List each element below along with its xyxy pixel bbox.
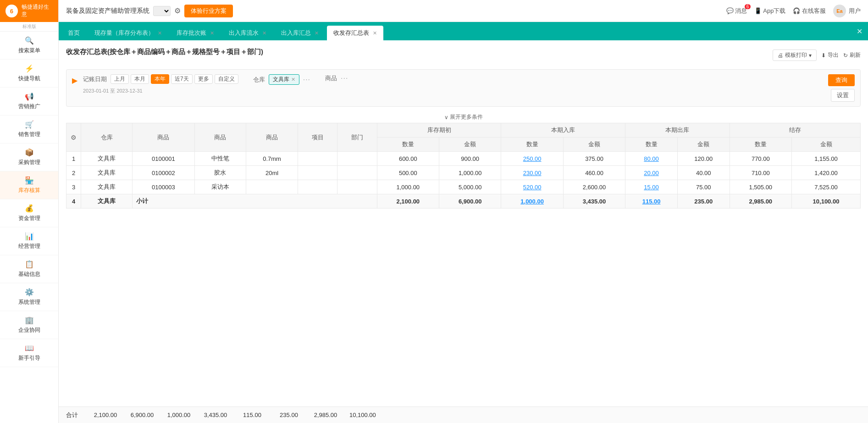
product-ellipsis[interactable]: ··· [341, 74, 348, 82]
cell-warehouse: 文具库 [81, 166, 133, 180]
sidebar-item-enterprise[interactable]: 🏢 企业协同 [0, 311, 58, 339]
in-qty-link[interactable]: 250.00 [523, 155, 542, 162]
th-closing-qty: 数量 [730, 137, 791, 152]
cell-project [298, 180, 337, 194]
table-row: 3 文具库 0100003 采访本 1,000.00 5,000.00 520.… [66, 180, 861, 194]
close-all-tabs-icon[interactable]: ✕ [853, 27, 866, 36]
tabbar: 首页现存量（库存分布表）✕库存批次账✕出入库流水✕出入库汇总✕收发存汇总表✕ ✕ [59, 22, 868, 40]
system-dropdown[interactable] [153, 6, 171, 16]
filter-section: 记账日期 上月本月本年近7天更多自定义 2023-01-01 至 2023-12… [83, 74, 238, 94]
sidebar-item-marketing[interactable]: 📢 营销推广 [0, 88, 58, 115]
tab-4[interactable]: 出入库汇总✕ [275, 26, 325, 40]
footer-cells: 2,100.00 6,900.00 1,000.00 3,435.00 115.… [87, 412, 381, 418]
cell-department [337, 152, 377, 166]
sidebar-item-operations[interactable]: 📊 经营管理 [0, 227, 58, 255]
footer-out-amt: 235.00 [271, 412, 307, 418]
sidebar-item-sales[interactable]: 🛒 销售管理 [0, 115, 58, 143]
warehouse-ellipsis[interactable]: ··· [303, 76, 310, 84]
th-out-group: 本期出库 [625, 123, 730, 137]
cell-out-qty: 15.00 [625, 180, 678, 194]
table-settings-icon[interactable]: ⚙ [71, 134, 77, 141]
export-btn[interactable]: ⬇ 导出 [821, 51, 839, 59]
tab-5[interactable]: 收发存汇总表✕ [327, 26, 383, 40]
out-qty-link[interactable]: 80.00 [644, 155, 659, 162]
th-in-qty: 数量 [501, 137, 563, 152]
subtotal-out-qty-link[interactable]: 115.00 [642, 198, 661, 205]
warehouse-label: 仓库 [253, 76, 265, 84]
user-label: 用户 [849, 7, 861, 15]
subtotal-in-qty-link[interactable]: 1,000.00 [520, 198, 544, 205]
date-btn-更多[interactable]: 更多 [194, 74, 213, 84]
expand-label: 展开更多条件 [450, 113, 483, 121]
sidebar-item-inventory[interactable]: 🏪 库存核算 [0, 171, 58, 199]
tab-close-5[interactable]: ✕ [373, 30, 377, 36]
sidebar-item-guide[interactable]: 📖 新手引导 [0, 339, 58, 367]
main-content: 收发存汇总表(按仓库＋商品编码＋商品＋规格型号＋项目＋部门) 🖨 模板打印 ▾ … [59, 40, 868, 423]
th-product-name: 商品 [194, 123, 246, 152]
sidebar-item-label: 库存核算 [18, 187, 40, 194]
refresh-btn[interactable]: ↻ 刷新 [843, 51, 861, 59]
filter-actions: 查询 设置 [828, 74, 855, 102]
experience-btn[interactable]: 体验行业方案 [184, 5, 233, 17]
tab-close-1[interactable]: ✕ [158, 30, 162, 36]
sidebar-item-purchase[interactable]: 📦 采购管理 [0, 143, 58, 171]
finance-icon: 💰 [25, 204, 34, 213]
footer-in-qty: 1,000.00 [160, 412, 197, 418]
date-btn-上月[interactable]: 上月 [111, 74, 129, 84]
online-support-btn[interactable]: 🎧 在线客服 [793, 7, 826, 15]
sidebar-item-system[interactable]: ⚙️ 系统管理 [0, 283, 58, 311]
th-closing-amt: 金额 [792, 137, 861, 152]
cell-product-name: 采访本 [194, 180, 246, 194]
sidebar-item-quick[interactable]: ⚡ 快捷导航 [0, 60, 58, 88]
footer-label: 合计 [66, 411, 87, 419]
sidebar-item-basic[interactable]: 📋 基础信息 [0, 255, 58, 283]
sidebar-item-label: 企业协同 [18, 326, 40, 334]
filter-arrow-icon[interactable]: ▶ [72, 76, 77, 85]
subtotal-closing-amt: 10,100.00 [792, 194, 861, 209]
query-btn[interactable]: 查询 [828, 74, 855, 86]
cell-department [337, 166, 377, 180]
sidebar-item-label: 系统管理 [18, 298, 40, 306]
print-icon: 🖨 [778, 52, 783, 59]
user-area[interactable]: Ea 用户 [833, 5, 861, 17]
app-download-btn[interactable]: 📱 App下载 [754, 7, 785, 15]
tab-close-3[interactable]: ✕ [262, 30, 266, 36]
tab-label-4: 出入库汇总 [281, 29, 311, 37]
out-qty-link[interactable]: 15.00 [644, 184, 659, 191]
search-icon: 🔍 [25, 36, 34, 45]
date-btn-本年[interactable]: 本年 [151, 74, 169, 84]
gear-icon[interactable]: ⚙ [174, 6, 181, 15]
sidebar-item-finance[interactable]: 💰 资金管理 [0, 199, 58, 227]
warehouse-remove-icon[interactable]: ✕ [291, 77, 295, 82]
cell-opening-amt: 900.00 [439, 152, 501, 166]
in-qty-link[interactable]: 520.00 [523, 184, 542, 191]
date-btn-本月[interactable]: 本月 [131, 74, 149, 84]
cell-product-code: 0100002 [133, 166, 194, 180]
tabs-container: 首页现存量（库存分布表）✕库存批次账✕出入库流水✕出入库汇总✕收发存汇总表✕ [61, 22, 384, 40]
tab-2[interactable]: 库存批次账✕ [170, 26, 221, 40]
print-btn[interactable]: 🖨 模板打印 ▾ [773, 49, 817, 61]
cell-project [298, 166, 337, 180]
tab-3[interactable]: 出入库流水✕ [222, 26, 273, 40]
date-btn-自定义[interactable]: 自定义 [215, 74, 238, 84]
tab-0[interactable]: 首页 [61, 26, 86, 40]
date-btn-近7天[interactable]: 近7天 [171, 74, 193, 84]
quick-icon: ⚡ [25, 64, 34, 73]
expand-btn[interactable]: ∨ 展开更多条件 [444, 113, 483, 121]
cell-project [298, 152, 337, 166]
operations-icon: 📊 [25, 232, 34, 241]
out-qty-link[interactable]: 20.00 [644, 170, 659, 176]
sidebar-items: 🔍 搜索菜单⚡ 快捷导航📢 营销推广🛒 销售管理📦 采购管理🏪 库存核算💰 资金… [0, 32, 58, 367]
table-footer: 合计 2,100.00 6,900.00 1,000.00 3,435.00 1… [59, 407, 868, 423]
sidebar-item-search[interactable]: 🔍 搜索菜单 [0, 32, 58, 60]
th-in-amt: 金额 [563, 137, 625, 152]
tab-close-4[interactable]: ✕ [315, 30, 319, 36]
in-qty-link[interactable]: 230.00 [523, 170, 542, 176]
setting-btn[interactable]: 设置 [831, 89, 855, 102]
print-label: 模板打印 [785, 51, 807, 59]
tab-close-2[interactable]: ✕ [210, 30, 214, 36]
tab-1[interactable]: 现存量（库存分布表）✕ [88, 26, 168, 40]
cell-out-amt: 40.00 [677, 166, 730, 180]
message-icon[interactable]: 💬 消息 6 [726, 7, 747, 15]
cell-closing-amt: 1,420.00 [792, 166, 861, 180]
